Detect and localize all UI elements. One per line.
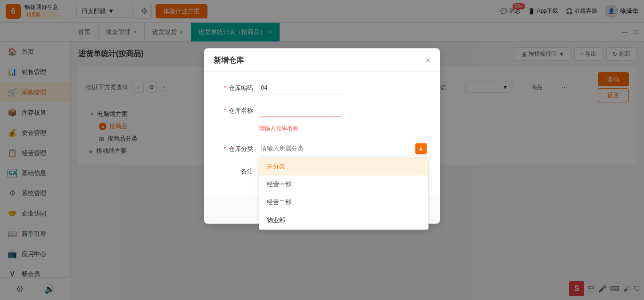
code-label: * 仓库编码 [215, 81, 253, 92]
warehouse-name-input[interactable] [259, 104, 342, 117]
name-label: * 仓库名称 [215, 104, 253, 115]
name-input-wrapper [259, 104, 342, 117]
category-input-area: ▲ 未分类 经营一部 经营二部 物业部 [259, 142, 429, 155]
form-row-category: * 仓库分类 ▲ 未分类 经营一部 经营二部 物业部 [215, 142, 429, 155]
category-dropdown: 未分类 经营一部 经营二部 物业部 [259, 157, 429, 230]
form-row-name: * 仓库名称 请输入仓库名称 [215, 104, 429, 133]
warehouse-code-input[interactable] [259, 81, 342, 94]
name-error-message: 请输入仓库名称 [259, 125, 298, 133]
warehouse-category-input[interactable] [259, 142, 429, 155]
chevron-up-icon: ▲ [418, 145, 424, 152]
modal-header: 新增仓库 × [204, 48, 440, 72]
dropdown-item-0[interactable]: 未分类 [259, 158, 428, 175]
remark-label: 备注 [215, 165, 253, 176]
category-label: * 仓库分类 [215, 142, 253, 153]
category-toggle-btn[interactable]: ▲ [415, 143, 427, 154]
dropdown-item-2[interactable]: 经营二部 [259, 193, 428, 211]
modal-title: 新增仓库 [214, 56, 244, 66]
dropdown-item-3[interactable]: 物业部 [259, 211, 428, 229]
code-input-wrapper [259, 81, 429, 94]
modal-body: * 仓库编码 * 仓库名称 请输入仓库名称 [204, 72, 440, 197]
modal-close-button[interactable]: × [425, 56, 430, 66]
dropdown-item-1[interactable]: 经营一部 [259, 175, 428, 193]
modal-add-warehouse: 新增仓库 × * 仓库编码 * 仓库名称 [204, 48, 440, 224]
form-row-code: * 仓库编码 [215, 81, 429, 94]
